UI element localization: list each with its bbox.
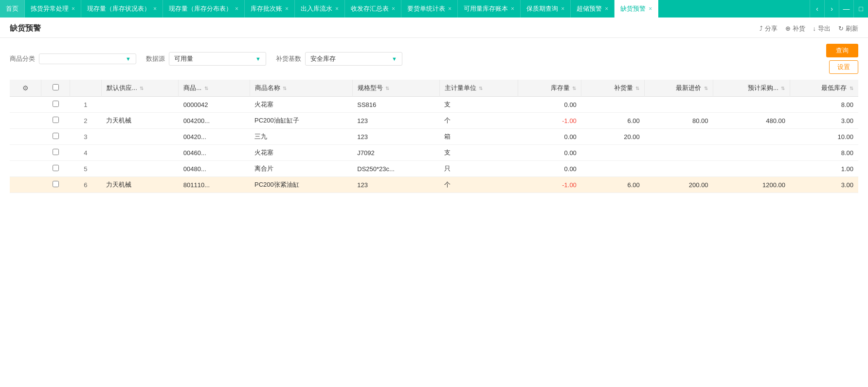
top-navigation: 首页 拣货异常处理 × 现存量（库存状况表） × 现存量（库存分布表） × 库存… (0, 0, 868, 18)
col-estimate-header[interactable]: 预计采购... ⇅ (713, 80, 790, 97)
row-check (41, 113, 70, 129)
row-unit: 支 (439, 145, 518, 161)
row-checkbox[interactable] (53, 101, 59, 107)
row-latest-price (645, 145, 713, 161)
row-name: PC200油缸缸子 (250, 113, 352, 129)
table-row: 5 00480... 离合片 DS250*23c... 只 0.00 1.00 (10, 161, 858, 177)
tab-inventory-dist[interactable]: 现存量（库存分布表） × (163, 0, 245, 18)
row-name: 火花塞 (250, 145, 352, 161)
row-checkbox[interactable] (53, 117, 59, 123)
col-stock-header[interactable]: 库存量 ⇅ (518, 80, 581, 97)
close-icon[interactable]: × (285, 5, 289, 12)
col-gear-header: ⚙ (10, 80, 41, 97)
datasource-select-value: 可用量 (174, 54, 193, 63)
row-spec: SS816 (352, 97, 439, 113)
col-sku-header[interactable]: 商品... ⇅ (179, 80, 250, 97)
filter-actions: 查询 设置 (826, 44, 858, 74)
query-button[interactable]: 查询 (826, 44, 858, 57)
col-name-header[interactable]: 商品名称 ⇅ (250, 80, 352, 97)
tab-inout-flow[interactable]: 出入库流水 × (295, 0, 345, 18)
close-icon[interactable]: × (511, 5, 514, 12)
chevron-down-icon: ▼ (255, 56, 261, 62)
replenish-base-select[interactable]: 安全库存 ▼ (305, 52, 402, 66)
row-latest-price: 200.00 (645, 177, 713, 193)
tab-expiry-query[interactable]: 保质期查询 × (521, 0, 571, 18)
row-spec: 123 (352, 113, 439, 129)
main-content: 缺货预警 ⤴ 分享 ⊕ 补货 ↓ 导出 ↻ 刷新 商品分类 (0, 18, 868, 387)
tab-requisition-stats[interactable]: 要货单统计表 × (401, 0, 458, 18)
select-all-checkbox[interactable] (53, 84, 59, 90)
page-header: 缺货预警 ⤴ 分享 ⊕ 补货 ↓ 导出 ↻ 刷新 (0, 18, 868, 38)
row-spec: DS250*23c... (352, 161, 439, 177)
tab-overstock-warning[interactable]: 超储预警 × (571, 0, 615, 18)
maximize-button[interactable]: □ (853, 0, 868, 18)
row-min-stock: 8.00 (790, 97, 858, 113)
refresh-icon: ↻ (838, 25, 844, 32)
close-icon[interactable]: × (153, 5, 157, 12)
row-sku: 801110... (179, 177, 250, 193)
row-gear (10, 177, 41, 193)
chevron-down-icon: ▼ (392, 56, 397, 62)
row-stock: 0.00 (518, 161, 581, 177)
col-spec-header[interactable]: 规格型号 ⇅ (352, 80, 439, 97)
row-checkbox[interactable] (53, 181, 59, 187)
tab-home[interactable]: 首页 (0, 0, 25, 18)
tab-available-ledger[interactable]: 可用量库存账本 × (458, 0, 521, 18)
refresh-button[interactable]: ↻ 刷新 (838, 24, 858, 33)
col-supplier-header[interactable]: 默认供应... ⇅ (101, 80, 178, 97)
row-name: 三九 (250, 129, 352, 145)
row-min-stock: 1.00 (790, 161, 858, 177)
tab-batch-account[interactable]: 库存批次账 × (245, 0, 295, 18)
datasource-select[interactable]: 可用量 ▼ (169, 52, 266, 66)
row-stock: 0.00 (518, 145, 581, 161)
tab-inventory-status[interactable]: 现存量（库存状况表） × (81, 0, 163, 18)
tab-pick-exception[interactable]: 拣货异常处理 × (25, 0, 81, 18)
row-sku: 00480... (179, 161, 250, 177)
nav-next-button[interactable]: › (824, 0, 839, 18)
replenish-button[interactable]: ⊕ 补货 (785, 24, 805, 33)
col-unit-header[interactable]: 主计量单位 ⇅ (439, 80, 518, 97)
tab-receive-summary[interactable]: 收发存汇总表 × (345, 0, 401, 18)
row-checkbox[interactable] (53, 165, 59, 171)
share-button[interactable]: ⤴ 分享 (760, 24, 778, 33)
row-gear (10, 113, 41, 129)
row-gear (10, 97, 41, 113)
row-num: 5 (70, 161, 101, 177)
close-icon[interactable]: × (335, 5, 339, 12)
row-sku: 0000042 (179, 97, 250, 113)
row-checkbox[interactable] (53, 149, 59, 155)
settings-button[interactable]: 设置 (829, 60, 858, 74)
table-row: 4 00460... 火花塞 J7092 支 0.00 8.00 (10, 145, 858, 161)
nav-prev-button[interactable]: ‹ (810, 0, 824, 18)
tab-shortage-warning[interactable]: 缺货预警 × (615, 0, 658, 18)
minimize-button[interactable]: — (839, 0, 853, 18)
row-estimate (713, 145, 790, 161)
row-check (41, 177, 70, 193)
close-icon[interactable]: × (235, 5, 238, 12)
close-icon[interactable]: × (561, 5, 564, 12)
row-replenish-qty (581, 145, 645, 161)
category-select[interactable]: ▼ (39, 53, 136, 64)
col-minstock-header[interactable]: 最低库存 ⇅ (790, 80, 858, 97)
row-latest-price (645, 161, 713, 177)
row-spec: J7092 (352, 145, 439, 161)
close-icon[interactable]: × (649, 5, 652, 12)
row-unit: 箱 (439, 129, 518, 145)
col-replenish-header[interactable]: 补货量 ⇅ (581, 80, 645, 97)
close-icon[interactable]: × (72, 5, 75, 12)
close-icon[interactable]: × (448, 5, 452, 12)
close-icon[interactable]: × (392, 5, 395, 12)
table-body: 1 0000042 火花塞 SS816 支 0.00 8.00 2 力天机械 0… (10, 97, 858, 193)
row-spec: 123 (352, 129, 439, 145)
row-unit: 个 (439, 177, 518, 193)
gear-icon[interactable]: ⚙ (22, 84, 29, 92)
row-latest-price (645, 97, 713, 113)
nav-controls: ‹ › — □ (810, 0, 868, 18)
row-replenish-qty (581, 97, 645, 113)
row-checkbox[interactable] (53, 133, 59, 139)
col-price-header[interactable]: 最新进价 ⇅ (645, 80, 713, 97)
category-filter-group: 商品分类 ▼ (10, 53, 136, 64)
export-button[interactable]: ↓ 导出 (813, 24, 831, 33)
data-table-container: ⚙ 默认供应... ⇅ 商品... ⇅ 商品名称 (0, 80, 868, 193)
close-icon[interactable]: × (605, 5, 608, 12)
